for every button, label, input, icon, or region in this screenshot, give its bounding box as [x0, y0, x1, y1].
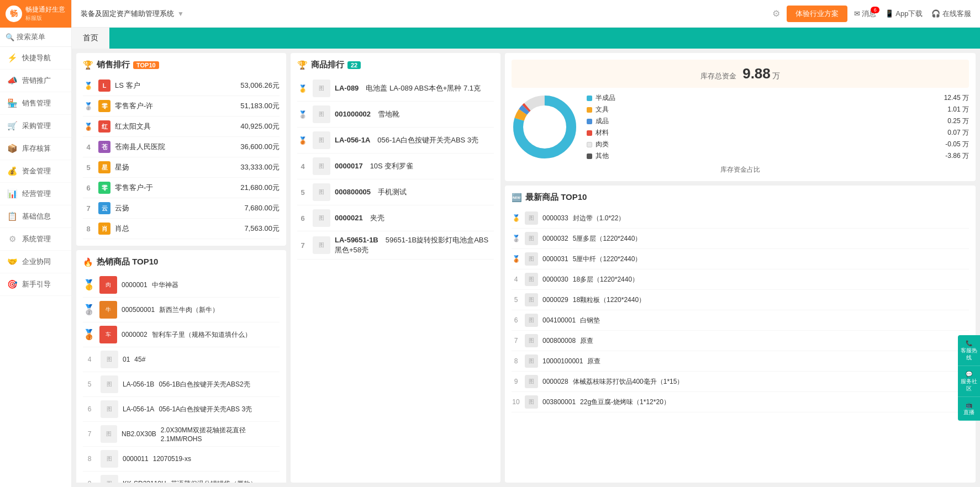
rank-item: 5 星 星扬 33,333.00元 — [83, 157, 280, 178]
rank-name-7: 云扬 — [115, 203, 240, 213]
xinshou-icon: 🎯 — [7, 279, 18, 290]
legend-chengpin: 成品 0.25 万 — [587, 117, 969, 126]
latest-name-5: 18颗粒板（1220*2440） — [573, 295, 645, 305]
prod-img-2: 图 — [313, 105, 330, 123]
inventory-footer: 库存资金占比 — [512, 165, 969, 174]
float-community[interactable]: 💬 服务社区 — [958, 366, 980, 397]
message-badge[interactable]: ✉ 6 消息 — [854, 9, 877, 19]
rank-amount-1: 53,006.26元 — [240, 81, 280, 91]
sidebar-item-label: 企业协同 — [22, 257, 51, 267]
prod-medal-1: 🥇 — [297, 84, 308, 93]
online-service[interactable]: 🎧 在线客服 — [931, 9, 971, 19]
rank-name-6: 零售客户-于 — [115, 183, 236, 193]
panel-right: 库存总资金 9.88 万 — [505, 53, 976, 483]
logo-icon: 畅 — [6, 6, 22, 22]
sidebar-item-jichu[interactable]: 📋 基础信息 — [0, 205, 71, 228]
hot-item-8: 8 图 0000011 12070519-xs — [83, 447, 280, 472]
prod-name-5: 000800005 手机测试 — [335, 187, 494, 197]
system-name: 装备及固定资产辅助管理系统 ▼ — [81, 9, 766, 19]
product-img-2: 牛 — [99, 301, 117, 319]
latest-item-6: 6 图 004100001 白钢垫 — [512, 310, 969, 331]
topbar: 装备及固定资产辅助管理系统 ▼ ⚙ 体验行业方案 ✉ 6 消息 📱 App下载 … — [72, 0, 980, 28]
rank-icon-7: 云 — [98, 202, 110, 214]
rank-name-5: 星扬 — [115, 162, 236, 172]
sidebar-item-kucun[interactable]: 📦 库存核算 — [0, 137, 71, 160]
product-code-3: 0000002 — [122, 331, 147, 338]
message-icon: ✉ — [854, 9, 860, 18]
sidebar-item-yingxiao[interactable]: 📣 营销推广 — [0, 70, 71, 92]
hot-item-1: 🥇 肉 0000001 中华神器 — [83, 273, 280, 298]
rank-item: 6 零 零售客户-于 21,680.00元 — [83, 178, 280, 198]
float-live[interactable]: 📺 直播 — [958, 397, 980, 421]
sidebar-item-qiye[interactable]: 🤝 企业协同 — [0, 251, 71, 273]
tab-home[interactable]: 首页 — [72, 28, 109, 49]
phone-float-icon: 📞 — [966, 340, 972, 346]
system-name-text: 装备及固定资产辅助管理系统 — [81, 9, 174, 19]
latest-name-6: 白钢垫 — [580, 316, 600, 325]
rank-medal-3: 🥉 — [83, 123, 94, 131]
sidebar-item-xinshou[interactable]: 🎯 新手引导 — [0, 273, 71, 296]
latest-img-4: 图 — [525, 273, 538, 286]
latest-item-2: 🥈 图 0000032 5厘多层（1220*2440） — [512, 229, 969, 249]
rank-num-h4: 4 — [83, 356, 96, 363]
rank-medal-1: 🥇 — [83, 82, 94, 90]
prod-name-7: LA-59651-1B 59651-1B旋转投影灯电池盒ABS黑色+58壳 — [335, 235, 494, 255]
product-ranking-badge: 22 — [347, 61, 361, 69]
sidebar-item-xitong[interactable]: ⚙ 系统管理 — [0, 228, 71, 251]
latest-item-9: 9 图 0000028 体械荔枝味苏打饮品400毫升（1*15） — [512, 372, 969, 392]
legend-dot-4 — [587, 130, 592, 136]
product-name-4: 45# — [134, 356, 145, 363]
latest-img-6: 图 — [525, 314, 538, 327]
rank-amount-8: 7,563.00元 — [244, 224, 280, 234]
trophy2-icon: 🏆 — [297, 60, 308, 70]
latest-item-1: 🥇 图 0000033 封边带（1.0*22） — [512, 208, 969, 229]
rank-item: 🥇 L LS 客户 53,006.26元 — [83, 76, 280, 96]
sidebar: 畅 畅捷通好生意 标服版 🔍 搜索菜单 ⚡ 快捷导航 📣 营销推广 🏪 销售管理… — [0, 0, 72, 487]
product-ranking-title: 🏆 商品排行 22 — [297, 60, 494, 70]
latest-code-1: 0000033 — [542, 214, 568, 222]
product-code-6: LA-056-1A — [123, 405, 154, 413]
hot-item-5: 5 图 LA-056-1B 056-1B白色按键开关壳ABS2壳 — [83, 372, 280, 397]
sidebar-item-zijin[interactable]: 💰 资金管理 — [0, 160, 71, 183]
sidebar-item-label: 新手引导 — [22, 279, 51, 289]
live-icon: 📺 — [966, 402, 972, 408]
jichu-icon: 📋 — [7, 211, 18, 222]
rank-amount-2: 51,183.00元 — [240, 101, 280, 111]
prod-img-4: 图 — [313, 157, 330, 175]
latest-item-7: 7 图 000800008 原查 — [512, 331, 969, 351]
product-rank-item-5: 5 图 000800005 手机测试 — [297, 179, 494, 205]
sidebar-item-jingying[interactable]: 📊 经营管理 — [0, 183, 71, 205]
app-download[interactable]: 📱 App下载 — [885, 9, 923, 19]
product-code-1: 0000001 — [122, 281, 147, 289]
sales-ranking-title: 🏆 销售排行 TOP10 — [83, 60, 280, 70]
float-hotline[interactable]: 📞 客服热线 — [958, 335, 980, 366]
try-button[interactable]: 体验行业方案 — [787, 6, 847, 22]
sidebar-item-label: 营销推广 — [22, 76, 51, 86]
rank-item: 🥈 零 零售客户-许 51,183.00元 — [83, 96, 280, 117]
product-name-5: 056-1B白色按键开关壳ABS2壳 — [159, 380, 250, 389]
sidebar-item-xiaoshou[interactable]: 🏪 销售管理 — [0, 92, 71, 115]
product-img-9: 图 — [101, 475, 118, 483]
hot-item-7: 7 图 NB2.0X30B 2.0X30MM双搓花轴搓花直径2.1MM/ROHS — [83, 422, 280, 447]
latest-img-2: 图 — [525, 232, 538, 245]
legend-wenju: 文具 1.01 万 — [587, 105, 969, 114]
sidebar-item-caigou[interactable]: 🛒 采购管理 — [0, 115, 71, 137]
latest-item-8: 8 图 10000100001 原查 — [512, 351, 969, 372]
latest-name-3: 5厘中纤（1220*2440） — [573, 255, 642, 264]
latest-item-4: 4 图 0000030 18多层（1220*2440） — [512, 269, 969, 290]
sidebar-item-kuaijie[interactable]: ⚡ 快捷导航 — [0, 47, 71, 70]
inventory-total: 库存总资金 9.88 万 — [512, 60, 969, 88]
nav-tabs: 首页 — [72, 28, 980, 49]
dropdown-icon[interactable]: ▼ — [177, 10, 184, 18]
latest-code-3: 0000031 — [542, 255, 568, 263]
product-rank-item-1: 🥇 图 LA-089 电池盖 LA-089 ABS本色+黑种 7.1克 — [297, 76, 494, 102]
rank-num-7: 7 — [83, 204, 94, 213]
donut-container: 半成品 12.45 万 文具 1.01 万 成品 0.25 万 — [512, 93, 969, 161]
search-menu[interactable]: 🔍 搜索菜单 — [0, 28, 71, 47]
gear-icon[interactable]: ⚙ — [772, 8, 780, 19]
product-rank-item-7: 7 图 LA-59651-1B 59651-1B旋转投影灯电池盒ABS黑色+58… — [297, 231, 494, 260]
latest-name-8: 原查 — [587, 357, 600, 366]
inventory-legend: 半成品 12.45 万 文具 1.01 万 成品 0.25 万 — [587, 93, 969, 161]
prod-name-3: LA-056-1A 056-1A白色按键开关壳ABS 3壳 — [335, 135, 494, 145]
hot-products-card: 🔥 热销商品 TOP10 🥇 肉 0000001 中华神器 🥈 牛 000500… — [76, 250, 286, 483]
